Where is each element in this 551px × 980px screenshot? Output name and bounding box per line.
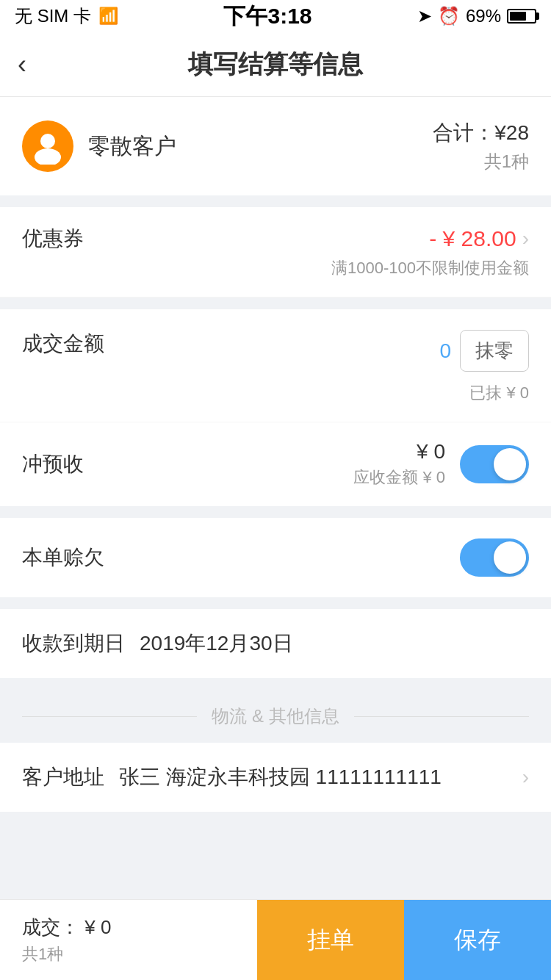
svg-point-1 [35,148,61,165]
status-bar: 无 SIM 卡 📶 下午3:18 ➤ ⏰ 69% [0,0,551,32]
alarm-icon: ⏰ [438,6,460,26]
prepay-main-amount: ¥ 0 [353,440,445,464]
main-content: 零散客户 合计：¥28 共1种 优惠券 - ¥ 28.00 › 满1000-10… [0,97,551,912]
toggle-knob [494,448,526,480]
transaction-row: 成交金额 0 抹零 [0,309,551,382]
coupon-top: 优惠券 - ¥ 28.00 › [22,225,529,253]
coupon-label: 优惠券 [22,225,84,253]
battery-icon [507,9,536,24]
customer-info: 零散客户 [22,120,176,172]
prepay-amounts: ¥ 0 应收金额 ¥ 0 [353,440,445,489]
logistics-label: 物流 & 其他信息 [212,705,339,728]
address-value: 张三 海淀永丰科技园 11111111111 [119,763,516,791]
duedate-label: 收款到期日 [22,630,125,657]
address-row[interactable]: 客户地址 张三 海淀永丰科技园 11111111111 › [0,743,551,812]
bottom-summary: 成交： ¥ 0 共1种 [0,915,257,965]
divider-left [22,716,197,717]
debt-toggle[interactable] [460,538,529,577]
total-amount: 合计：¥28 [433,119,529,147]
transaction-right: 0 抹零 [439,330,529,372]
prepay-label: 冲预收 [22,450,84,478]
duedate-value: 2019年12月30日 [140,630,293,657]
hold-order-button[interactable]: 挂单 [257,900,404,981]
customer-name: 零散客户 [88,131,176,162]
coupon-desc: 满1000-100不限制使用金额 [22,257,529,279]
coupon-right: - ¥ 28.00 › [429,226,529,251]
status-right: ➤ ⏰ 69% [417,6,536,26]
battery-fill [510,12,526,21]
prepay-sub-amount: 应收金额 ¥ 0 [353,466,445,489]
debt-section: 本单赊欠 [0,518,551,597]
status-time: 下午3:18 [223,1,311,32]
transaction-label: 成交金额 [22,330,104,358]
round-zero-button[interactable]: 抹零 [460,330,529,372]
person-icon [29,128,66,165]
prepay-toggle[interactable] [460,445,529,483]
debt-label: 本单赊欠 [22,544,104,572]
transaction-value[interactable]: 0 [439,339,451,363]
divider-right [354,716,529,717]
customer-totals: 合计：¥28 共1种 [433,119,529,173]
bottom-deal: 成交： ¥ 0 [22,915,235,940]
already-rounded-text: 已抹 ¥ 0 [469,382,529,404]
bottom-count: 共1种 [22,943,235,965]
page-title: 填写结算等信息 [188,48,363,82]
logistics-header: 物流 & 其他信息 [0,690,551,743]
coupon-amount: - ¥ 28.00 [429,226,516,251]
status-left: 无 SIM 卡 📶 [15,4,118,28]
prepay-right: ¥ 0 应收金额 ¥ 0 [353,440,529,489]
transaction-sub: 已抹 ¥ 0 [0,382,551,422]
nav-bar: ‹ 填写结算等信息 [0,32,551,97]
save-button[interactable]: 保存 [404,900,551,981]
transaction-section: 成交金额 0 抹零 已抹 ¥ 0 冲预收 ¥ 0 应收金额 ¥ 0 [0,309,551,506]
deal-label: 成交： [22,916,79,938]
address-chevron-icon: › [522,765,529,789]
customer-row: 零散客户 合计：¥28 共1种 [0,97,551,195]
sim-text: 无 SIM 卡 [15,4,91,28]
wifi-icon: 📶 [98,7,118,26]
chevron-right-icon: › [522,227,529,251]
location-icon: ➤ [417,6,432,26]
customer-avatar [22,120,73,172]
bottom-bar: 成交： ¥ 0 共1种 挂单 保存 [0,899,551,980]
debt-toggle-knob [494,541,526,574]
address-label: 客户地址 [22,763,104,791]
battery-percent: 69% [466,6,501,26]
deal-amount: ¥ 0 [84,916,111,938]
svg-point-0 [40,134,55,148]
duedate-row: 收款到期日 2019年12月30日 [0,609,551,678]
back-button[interactable]: ‹ [18,49,26,80]
total-count: 共1种 [433,150,529,173]
prepay-row: 冲预收 ¥ 0 应收金额 ¥ 0 [0,422,551,506]
coupon-row[interactable]: 优惠券 - ¥ 28.00 › 满1000-100不限制使用金额 [0,207,551,298]
